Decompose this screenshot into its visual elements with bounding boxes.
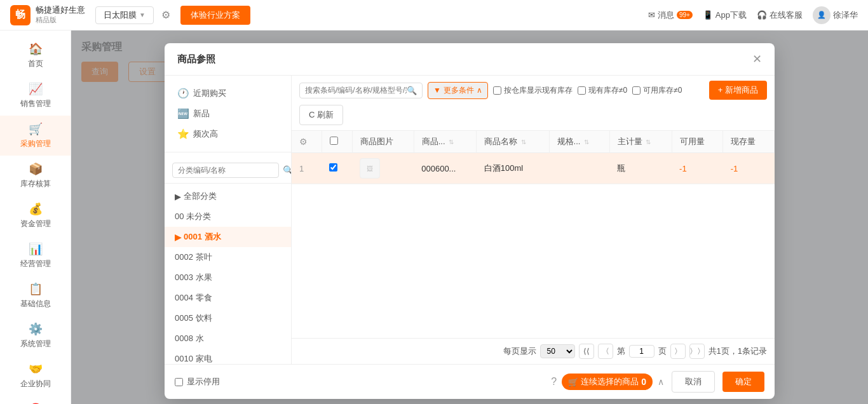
product-reference-dialog: 商品参照 ✕ 🕐 近期购买 (165, 43, 775, 399)
online-service-button[interactable]: 🎧 在线客服 (757, 10, 803, 21)
row-name: 白酒100ml (477, 153, 549, 184)
gear-icon[interactable]: ⚙ (159, 6, 173, 24)
select-all-checkbox[interactable] (330, 137, 338, 145)
category-all[interactable]: ▶ 全部分类 (165, 186, 291, 206)
sidebar-label-purchase: 采购管理 (20, 138, 51, 149)
page-number-input[interactable] (629, 345, 654, 358)
col-spec[interactable]: 规格... ⇅ (549, 131, 609, 153)
category-liquor[interactable]: ▶ 0001 酒水 (165, 227, 291, 247)
sidebar-item-enterprise[interactable]: 🤝 企业协同 (0, 356, 71, 396)
sidebar-item-sales[interactable]: 📈 销售管理 (0, 76, 71, 116)
show-disabled-check[interactable]: 显示停用 (175, 376, 220, 387)
quick-filter-section: 🕐 近期购买 🆕 新品 ⭐ 频次高 (165, 76, 291, 152)
page-size-select[interactable]: 50 10 20 100 (540, 344, 575, 358)
col-name[interactable]: 商品名称 ⇅ (477, 131, 549, 153)
category-uncategorized[interactable]: 00 未分类 (165, 206, 291, 227)
message-icon: ✉ (648, 10, 655, 20)
product-image: 🖼 (360, 158, 380, 178)
user-menu[interactable]: 👤 徐泽华 (813, 6, 858, 24)
message-badge: 99+ (677, 11, 693, 19)
logo-area: 畅 畅捷通好生意 精品版 (10, 5, 85, 25)
stock-not-zero-check[interactable]: 现有库存≠0 (578, 85, 627, 96)
row-code: 000600... (414, 153, 477, 184)
sidebar-item-operations[interactable]: 📊 经营管理 (0, 236, 71, 276)
chevron-up-icon: ∧ (477, 86, 482, 95)
user-name: 徐泽华 (833, 10, 858, 21)
sidebar-item-finance[interactable]: 💰 资金管理 (0, 196, 71, 236)
finance-icon: 💰 (29, 202, 43, 216)
cart-button[interactable]: 🛒 连续选择的商品 0 (562, 374, 653, 390)
row-available: -1 (672, 153, 723, 184)
more-filters-button[interactable]: ▼ 更多条件 ∧ (428, 82, 488, 99)
search-toolbar: 🔍 ▼ 更多条件 ∧ 按仓库显示现有库存 (292, 76, 775, 131)
new-icon: 🆕 (177, 108, 189, 119)
sort-icon-unit: ⇅ (646, 138, 651, 145)
trial-button[interactable]: 体验行业方案 (180, 6, 250, 25)
quick-item-frequent-label: 频次高 (193, 128, 218, 140)
category-search-input[interactable] (172, 163, 279, 178)
next-page-button[interactable]: 〉 (670, 344, 686, 359)
sort-icon: ⇅ (449, 138, 454, 145)
sidebar-item-inventory[interactable]: 📦 库存核算 (0, 156, 71, 196)
confirm-button[interactable]: 确定 (722, 372, 764, 392)
row-select-checkbox[interactable] (329, 163, 337, 172)
col-gear: ⚙ (292, 131, 322, 153)
app-download-button[interactable]: 📱 App下载 (703, 10, 747, 21)
category-beverage[interactable]: 0005 饮料 (165, 308, 291, 328)
messages-button[interactable]: ✉ 消息 99+ (648, 10, 693, 21)
dialog-body: 🕐 近期购买 🆕 新品 ⭐ 频次高 (165, 76, 775, 364)
settings-icon: ⚙ (299, 137, 308, 147)
sidebar-item-guide[interactable]: 🎯 新手引导 (0, 396, 71, 404)
col-unit[interactable]: 主计量 ⇅ (609, 131, 672, 153)
dialog-close-button[interactable]: ✕ (752, 52, 762, 66)
category-tea[interactable]: 0002 茶叶 (165, 247, 291, 267)
row-unit: 瓶 (609, 153, 672, 184)
frequent-icon: ⭐ (177, 128, 189, 140)
sidebar-label-basic-info: 基础信息 (20, 299, 51, 309)
sidebar-item-system[interactable]: ⚙️ 系统管理 (0, 316, 71, 356)
chevron-down-icon: ▼ (139, 11, 146, 18)
sidebar: 🏠 首页 📈 销售管理 🛒 采购管理 📦 库存核算 💰 资金管理 📊 经营管理 … (0, 30, 71, 404)
prev-page-button[interactable]: 〈 (598, 344, 613, 359)
col-checkbox (322, 131, 352, 153)
sidebar-item-purchase[interactable]: 🛒 采购管理 (0, 116, 71, 156)
category-search-icon[interactable]: 🔍 (283, 165, 292, 175)
sidebar-label-home: 首页 (28, 58, 43, 69)
quick-item-frequent[interactable]: ⭐ 频次高 (170, 124, 286, 144)
last-page-button[interactable]: 〉〉 (689, 344, 705, 359)
quick-item-new[interactable]: 🆕 新品 (170, 104, 286, 124)
col-stock: 现存量 (723, 131, 775, 153)
category-appliance[interactable]: 0010 家电 (165, 349, 291, 364)
quick-item-recent[interactable]: 🕐 近期购买 (170, 83, 286, 104)
add-product-button[interactable]: + 新增商品 (709, 81, 767, 100)
operations-icon: 📊 (29, 242, 43, 256)
collapse-icon[interactable]: ∧ (658, 377, 664, 387)
row-stock: -1 (723, 153, 775, 184)
usable-not-zero-check[interactable]: 可用库存≠0 (632, 85, 682, 96)
warehouse-display-check[interactable]: 按仓库显示现有库存 (493, 85, 573, 96)
page-unit: 页 (658, 346, 667, 357)
category-water[interactable]: 0008 水 (165, 328, 291, 349)
col-code[interactable]: 商品... ⇅ (414, 131, 477, 153)
product-search-input[interactable] (305, 86, 407, 95)
category-snack[interactable]: 0004 零食 (165, 288, 291, 308)
sidebar-item-basic-info[interactable]: 📋 基础信息 (0, 276, 71, 316)
cancel-button[interactable]: 取消 (672, 371, 715, 393)
sidebar-label-enterprise: 企业协同 (20, 379, 51, 389)
table-row[interactable]: 1 🖼 000600... 白酒100ml (292, 153, 775, 184)
cart-label: 连续选择的商品 (581, 376, 639, 387)
avatar: 👤 (813, 6, 831, 24)
row-checkbox (322, 153, 352, 184)
home-icon: 🏠 (29, 42, 43, 56)
content-area: 采购管理 查询 设置 商品参照 ✕ (71, 30, 868, 404)
help-icon[interactable]: ? (551, 376, 557, 387)
category-fruit[interactable]: 0003 水果 (165, 267, 291, 288)
store-selector[interactable]: 日太阳膜 ▼ (95, 6, 154, 24)
sidebar-item-home[interactable]: 🏠 首页 (0, 36, 71, 76)
first-page-button[interactable]: ⟨⟨ (579, 344, 594, 359)
pagination: 每页显示 50 10 20 100 ⟨⟨ 〈 第 页 (292, 338, 775, 364)
refresh-button[interactable]: C 刷新 (299, 105, 343, 125)
row-img-cell: 🖼 (352, 153, 414, 184)
nav-right: ✉ 消息 99+ 📱 App下载 🎧 在线客服 👤 徐泽华 (648, 6, 858, 24)
logo-icon: 畅 (10, 5, 31, 25)
